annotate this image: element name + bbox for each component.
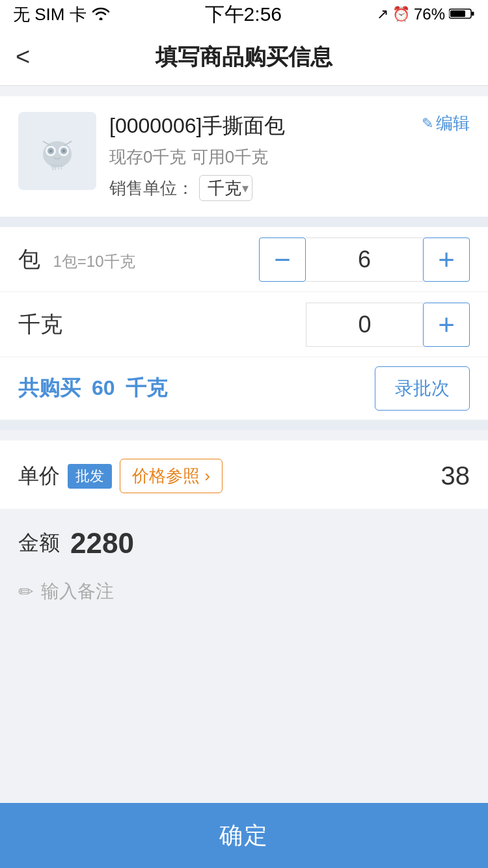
location-icon: ↗ [377,6,388,23]
total-amount: 60 [92,376,115,400]
product-name: [0000006]手撕面包 [109,112,285,141]
kg-qty-input[interactable] [306,303,423,347]
pack-minus-btn[interactable]: − [259,237,306,282]
total-label: 共购买 60 千克 [18,374,167,403]
divider-2 [0,420,488,430]
product-unit: 销售单位： 千克 [109,175,470,201]
svg-point-8 [49,150,52,152]
product-stock: 现存0千克 可用0千克 [109,146,470,169]
amount-label: 金额 [18,529,60,558]
product-image: 智计 [18,112,96,190]
status-right: ↗ ⏰ 76% [377,5,475,25]
input-section: 包 1包=10千克 − + 千克 + [0,227,488,357]
kg-plus-btn[interactable]: + [423,303,470,347]
remark-icon: ✏ [18,581,33,603]
confirm-button[interactable]: 确定 [0,803,488,868]
pack-qty-control: − + [259,237,470,282]
svg-rect-1 [471,12,474,16]
kg-qty-control: + [306,303,470,347]
nav-bar: < 填写商品购买信息 [0,29,488,86]
battery-text: 76% [414,5,445,23]
pack-plus-btn[interactable]: + [423,237,470,282]
svg-point-9 [62,150,65,152]
status-time: 下午2:56 [205,1,282,28]
svg-rect-2 [450,10,465,17]
pack-qty-input[interactable] [306,237,423,282]
kg-label: 千克 [18,310,306,340]
amount-row: 金额 2280 [18,527,470,560]
status-left: 无 SIM 卡 [13,3,110,26]
battery-icon [449,5,475,25]
total-row: 共购买 60 千克 录批次 [0,357,488,420]
price-section: 单价 批发 价格参照 › 38 [0,441,488,509]
alarm-icon: ⏰ [392,6,410,23]
edit-button[interactable]: ✎ 编辑 [422,112,470,135]
remark-placeholder: 输入备注 [41,579,114,604]
svg-text:智计: 智计 [51,163,64,170]
amount-block: 金额 2280 ✏ 输入备注 [18,527,470,610]
price-label: 单价 [18,462,60,491]
carrier-text: 无 SIM 卡 [13,3,87,26]
wifi-icon [92,5,110,25]
pack-row: 包 1包=10千克 − + [0,227,488,292]
pack-sub: 1包=10千克 [53,252,135,270]
batch-button[interactable]: 录批次 [375,366,470,411]
price-value: 38 [441,461,470,491]
unit-select-wrap[interactable]: 千克 [199,175,252,201]
price-row: 单价 批发 价格参照 › 38 [18,459,470,493]
price-left: 单价 批发 价格参照 › [18,459,223,493]
unit-select[interactable]: 千克 [199,175,252,201]
amount-value: 2280 [70,527,134,560]
page-title: 填写商品购买信息 [156,42,332,72]
product-section: 智计 [0000006]手撕面包 ✎ 编辑 现存0千克 可用0千克 销售单位： … [0,96,488,217]
product-info: [0000006]手撕面包 ✎ 编辑 现存0千克 可用0千克 销售单位： 千克 [109,112,470,201]
status-bar: 无 SIM 卡 下午2:56 ↗ ⏰ 76% [0,0,488,29]
divider-1 [0,217,488,227]
kg-row: 千克 + [0,292,488,357]
remark-row[interactable]: ✏ 输入备注 [18,573,470,610]
price-tag: 批发 [68,464,112,489]
pack-label: 包 1包=10千克 [18,245,259,275]
price-ref-button[interactable]: 价格参照 › [120,459,223,493]
amount-section: 金额 2280 ✏ 输入备注 [0,509,488,740]
back-button[interactable]: < [16,43,30,71]
